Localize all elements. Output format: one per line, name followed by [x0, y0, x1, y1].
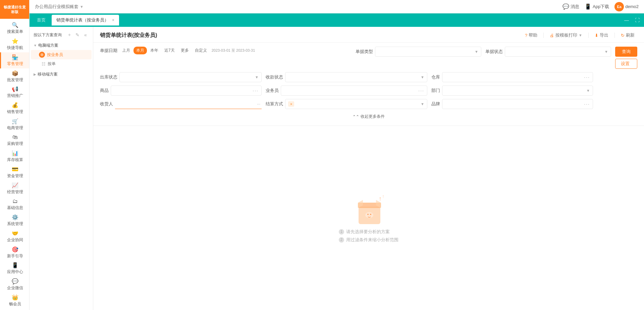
svg-text:↑: ↑ — [379, 195, 382, 202]
export-btn[interactable]: ⬇ 导出 — [592, 31, 611, 40]
sidebar-item-appcenter[interactable]: 📱 应用中心 — [0, 260, 29, 276]
sales-icon: 💰 — [12, 102, 18, 108]
empty-illustration: ↑ ↑ — [352, 193, 385, 223]
this-year-btn[interactable]: 本年 — [148, 47, 161, 54]
toolbar-divider-3 — [614, 33, 615, 38]
settle-label: 结算方式 — [266, 101, 283, 107]
msg-icon: 💬 — [562, 3, 569, 10]
last-month-btn[interactable]: 上月 — [119, 47, 133, 54]
sidebar-item-operation[interactable]: 📈 经营管理 — [0, 180, 29, 197]
active-tab[interactable]: 销货单统计表（按业务员） × — [52, 15, 119, 25]
sidebar-appcenter-label: 应用中心 — [7, 269, 23, 275]
brand-label: 品牌 — [431, 101, 440, 107]
sidebar-enterprise-label: 企业协同 — [7, 237, 23, 243]
settle-select[interactable]: × ▼ — [285, 99, 427, 109]
sidebar-marketing-label: 营销推广 — [7, 93, 23, 99]
panel-actions: ＋ ✎ « — [66, 32, 89, 38]
sidebar-sales-label: 销售管理 — [7, 109, 23, 115]
doc-status-select[interactable]: ▼ — [505, 47, 611, 57]
collapse-panel-btn[interactable]: « — [82, 32, 89, 38]
max-window-btn[interactable]: ⛶ — [633, 16, 641, 24]
empty-state: ↑ ↑ 1 请先选择要分析的方案 2 用过滤条件来缩小分析范围 — [93, 126, 644, 310]
goods-select[interactable]: ··· — [111, 86, 262, 96]
logo-area: 畅捷通好生意 标版 — [0, 0, 29, 19]
app-download-btn[interactable]: 📱 App下载 — [585, 3, 609, 10]
breadcrumb-dropdown[interactable]: 办公用品行业模拟账套 ▼ — [35, 4, 84, 10]
close-tab-btn[interactable]: × — [112, 18, 114, 22]
help-btn[interactable]: ? 帮助 — [522, 31, 540, 40]
msg-btn[interactable]: 💬 消息 — [562, 3, 579, 10]
min-window-btn[interactable]: — — [623, 16, 631, 24]
warehouse-select[interactable]: ··· — [442, 72, 593, 82]
sidebar-item-inventory[interactable]: 📊 库存核算 — [0, 148, 29, 164]
pc-group-header[interactable]: ▼ 电脑端方案 — [31, 41, 92, 50]
edit-scheme-btn[interactable]: ✎ — [74, 32, 81, 38]
btn-group: 查询 设置 — [615, 47, 637, 69]
username-label: demo2 — [625, 4, 639, 9]
sidebar-item-enterprise[interactable]: 🤝 企业协同 — [0, 228, 29, 245]
sidebar-item-marketing[interactable]: 📢 营销推广 — [0, 85, 29, 101]
enterprise-icon: 🤝 — [12, 230, 18, 237]
export-label: 导出 — [600, 32, 608, 38]
sidebar-item-sales[interactable]: 💰 销售管理 — [0, 100, 29, 116]
sidebar-item-purchase[interactable]: 🛍 采购管理 — [0, 133, 29, 148]
doc-type-select[interactable]: ▼ — [375, 47, 481, 57]
add-scheme-btn[interactable]: ＋ — [66, 32, 73, 38]
collapse-filter-btn[interactable]: ⌃⌃ 收起更多条件 — [100, 112, 637, 121]
mobile-group[interactable]: ▶ 移动端方案 — [31, 70, 92, 79]
this-month-btn[interactable]: 本月 — [133, 47, 147, 54]
newuser-icon: 🎯 — [12, 246, 18, 253]
pc-group: ▼ 电脑端方案 ⊙ 按业务员 ☷ 按单 — [31, 41, 92, 68]
home-tab[interactable]: 首页 — [32, 15, 50, 25]
out-status-select[interactable]: ▼ — [119, 72, 262, 82]
operation-icon: 📈 — [12, 182, 18, 189]
brand-dots-icon: ··· — [584, 101, 590, 107]
last7-btn[interactable]: 近7天 — [162, 47, 177, 54]
sidebar-wechat-label: 企业微信 — [7, 285, 23, 291]
sidebar-item-shortcut[interactable]: ⭐ 快捷导航 — [0, 36, 29, 52]
sidebar-item-basic[interactable]: 🗂 基础信息 — [0, 197, 29, 212]
active-tab-label: 销货单统计表（按业务员） — [56, 17, 109, 23]
user-profile-btn[interactable]: Ea demo2 — [614, 2, 639, 11]
custom-date-btn[interactable]: 自定义 — [192, 47, 210, 54]
query-btn[interactable]: 查询 — [615, 47, 637, 57]
settle-arrow-icon: ▼ — [421, 102, 424, 106]
content-area: 按以下方案查询 ＋ ✎ « ▼ 电脑端方案 ⊙ — [30, 27, 644, 310]
sidebar-ecommerce-label: 电商管理 — [7, 125, 23, 131]
sidebar-item-wechat[interactable]: 💬 企业微信 — [0, 276, 29, 293]
sidebar-item-system[interactable]: ⚙️ 系统管理 — [0, 212, 29, 228]
more-date-btn[interactable]: 更多 — [178, 47, 192, 54]
sidebar-item-ecommerce[interactable]: 🛒 电商管理 — [0, 116, 29, 133]
tree-item-by-salesperson[interactable]: ⊙ 按业务员 — [31, 50, 92, 59]
tree-item-by-order[interactable]: ☷ 按单 — [31, 59, 92, 68]
sidebar-item-finance[interactable]: 💳 资金管理 — [0, 164, 29, 180]
print-label: 按模板打印 — [555, 32, 577, 38]
doc-type-label: 单据类型 — [356, 49, 373, 55]
set-btn[interactable]: 设置 — [615, 59, 637, 69]
sidebar-item-retail[interactable]: 🏪 零售管理 — [0, 52, 29, 68]
sidebar-member-label: 畅会员 — [9, 301, 21, 307]
print-btn[interactable]: 🖨 按模板打印 ▼ — [547, 31, 585, 40]
shortcut-icon: ⭐ — [12, 38, 18, 44]
panel-tree: ▼ 电脑端方案 ⊙ 按业务员 ☷ 按单 ▶ — [30, 41, 93, 79]
ecommerce-icon: 🛒 — [12, 118, 18, 124]
left-panel: 按以下方案查询 ＋ ✎ « ▼ 电脑端方案 ⊙ — [30, 27, 93, 310]
salesperson-select[interactable]: ··· — [281, 86, 427, 96]
tab-actions: — ⛶ — [623, 16, 641, 24]
order-scheme-icon: ☷ — [42, 61, 46, 66]
receive-status-select[interactable]: ▼ — [285, 72, 427, 82]
sidebar-item-search[interactable]: 🔍 搜索菜单 — [0, 20, 29, 36]
brand-select[interactable]: ··· — [442, 99, 593, 109]
logo-subtext: 标版 — [11, 9, 18, 14]
dept-select[interactable]: ▼ — [442, 86, 593, 96]
download-icon: 📱 — [585, 3, 591, 10]
main-area: 办公用品行业模拟账套 ▼ 💬 消息 📱 App下载 Ea demo2 首页 销货… — [30, 0, 644, 310]
home-tab-label: 首页 — [37, 17, 46, 23]
sidebar-item-newuser[interactable]: 🎯 新手引导 — [0, 245, 29, 261]
consignee-input[interactable]: ··· — [115, 99, 262, 109]
settle-clear-tag[interactable]: × — [288, 101, 294, 107]
salesperson-label: 业务员 — [266, 88, 279, 94]
sidebar-item-member[interactable]: 👑 畅会员 — [0, 293, 29, 309]
sidebar-item-wholesale[interactable]: 📦 批发管理 — [0, 68, 29, 85]
refresh-btn[interactable]: ↻ 刷新 — [618, 31, 637, 40]
